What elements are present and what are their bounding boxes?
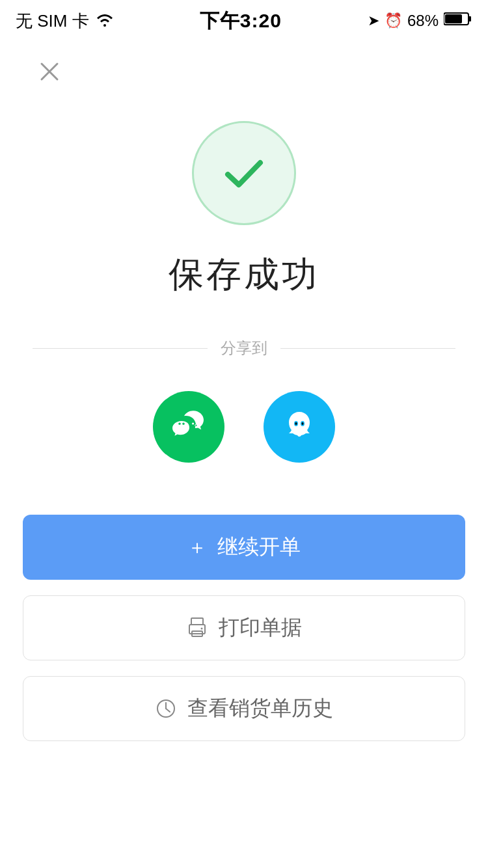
wechat-share-button[interactable] — [153, 391, 224, 463]
divider-line-right — [280, 348, 455, 349]
location-icon: ➤ — [368, 12, 379, 29]
svg-point-8 — [295, 422, 297, 425]
svg-point-9 — [302, 422, 304, 425]
alarm-icon: ⏰ — [385, 12, 402, 29]
print-label: 打印单据 — [219, 614, 302, 642]
carrier-text: 无 SIM 卡 — [16, 10, 89, 33]
battery-percent: 68% — [407, 12, 439, 30]
status-left: 无 SIM 卡 — [16, 10, 114, 33]
clock-icon — [155, 698, 177, 720]
svg-rect-2 — [445, 14, 462, 23]
svg-rect-1 — [468, 16, 471, 21]
success-title: 保存成功 — [169, 251, 319, 299]
print-icon — [186, 617, 208, 639]
svg-line-16 — [166, 709, 170, 712]
continue-button[interactable]: ＋ 继续开单 — [23, 515, 465, 580]
share-label: 分享到 — [208, 338, 280, 359]
history-button[interactable]: 查看销货单历史 — [23, 676, 465, 741]
close-button[interactable] — [33, 55, 66, 88]
share-icons-row — [153, 391, 335, 463]
print-button[interactable]: 打印单据 — [23, 595, 465, 660]
close-button-row — [0, 42, 488, 102]
battery-icon — [444, 12, 472, 30]
wifi-icon — [96, 11, 114, 31]
status-right: ➤ ⏰ 68% — [368, 12, 472, 30]
status-time: 下午3:20 — [200, 8, 282, 34]
svg-rect-10 — [191, 618, 203, 625]
svg-point-13 — [201, 628, 203, 630]
action-buttons: ＋ 继续开单 打印单据 — [23, 515, 465, 741]
success-icon-circle — [192, 121, 296, 225]
history-label: 查看销货单历史 — [187, 694, 333, 723]
status-bar: 无 SIM 卡 下午3:20 ➤ ⏰ 68% — [0, 0, 488, 42]
continue-label: 继续开单 — [217, 533, 301, 562]
main-content: 保存成功 分享到 — [0, 102, 488, 741]
share-divider: 分享到 — [33, 338, 455, 359]
plus-icon: ＋ — [187, 534, 207, 561]
qq-share-button[interactable] — [264, 391, 335, 463]
divider-line-left — [33, 348, 208, 349]
